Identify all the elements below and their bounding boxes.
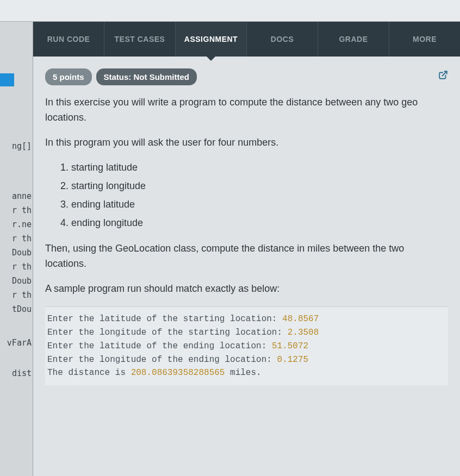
sample-line-text: The distance is — [47, 368, 131, 378]
code-fragment: ng[] — [12, 141, 32, 151]
tab-assignment[interactable]: ASSIGNMENT — [176, 22, 247, 57]
code-fragment: dist — [12, 368, 32, 378]
sample-line-value: 0.1275 — [277, 355, 308, 365]
sample-line-prompt: Enter the longitude of the starting loca… — [47, 328, 288, 337]
open-external-icon[interactable] — [438, 70, 448, 85]
assignment-para-3: Then, using the GeoLocation class, compu… — [45, 241, 448, 272]
tab-run-code[interactable]: RUN CODE — [33, 22, 104, 57]
code-fragment: r th — [12, 262, 32, 272]
list-item: starting latitude — [71, 160, 448, 176]
assignment-para-4: A sample program run should match exactl… — [45, 281, 448, 297]
code-fragment: r th — [12, 234, 32, 243]
list-item: starting longitude — [71, 179, 448, 194]
sample-output-block: Enter the latitude of the starting locat… — [45, 306, 448, 385]
code-fragment: r.ne — [12, 220, 32, 229]
tab-docs[interactable]: DOCS — [247, 22, 318, 57]
tab-more[interactable]: MORE — [389, 22, 460, 57]
main-area: ng[] anne r th r.ne r th Doub r th Doub … — [0, 22, 460, 476]
code-fragment: Doub — [12, 248, 32, 258]
svg-line-0 — [443, 71, 447, 76]
assignment-input-list: starting latitude starting longitude end… — [71, 160, 448, 231]
assignment-intro-1: In this exercise you will write a progra… — [45, 95, 448, 126]
badge-row: 5 points Status: Not Submitted — [45, 68, 448, 85]
sample-line-value: 48.8567 — [282, 314, 319, 324]
browser-chrome-bar — [0, 0, 460, 22]
sample-line-prompt: Enter the latitude of the starting locat… — [47, 314, 282, 324]
sample-line-prompt: Enter the longitude of the ending locati… — [47, 355, 277, 365]
editor-active-line-marker — [0, 73, 14, 86]
list-item: ending longitude — [71, 216, 448, 231]
code-fragment: r th — [12, 290, 32, 300]
assignment-intro-2: In this program you will ask the user fo… — [45, 135, 448, 151]
code-fragment: Doub — [12, 276, 32, 286]
assignment-panel: RUN CODE TEST CASES ASSIGNMENT DOCS GRAD… — [33, 22, 460, 476]
code-editor-gutter: ng[] anne r th r.ne r th Doub r th Doub … — [0, 22, 33, 476]
code-fragment: r th — [12, 205, 32, 215]
code-fragment: tDou — [12, 304, 32, 314]
code-fragment: vFarA — [7, 338, 32, 348]
sample-line-prompt: Enter the latitude of the ending locatio… — [47, 341, 272, 351]
tab-bar: RUN CODE TEST CASES ASSIGNMENT DOCS GRAD… — [33, 22, 460, 57]
code-fragment: anne — [12, 191, 32, 201]
status-badge: Status: Not Submitted — [96, 68, 197, 85]
sample-line-value: 208.08639358288565 — [131, 368, 225, 378]
app-root: ng[] anne r th r.ne r th Doub r th Doub … — [0, 0, 460, 476]
sample-line-value: 51.5072 — [272, 341, 308, 351]
sample-line-value: 2.3508 — [288, 328, 319, 337]
tab-grade[interactable]: GRADE — [318, 22, 389, 57]
assignment-content: 5 points Status: Not Submitted In this e… — [33, 57, 460, 385]
tab-test-cases[interactable]: TEST CASES — [104, 22, 176, 57]
sample-line-text: miles. — [225, 368, 261, 378]
points-badge: 5 points — [45, 68, 92, 85]
list-item: ending latitude — [71, 197, 448, 212]
